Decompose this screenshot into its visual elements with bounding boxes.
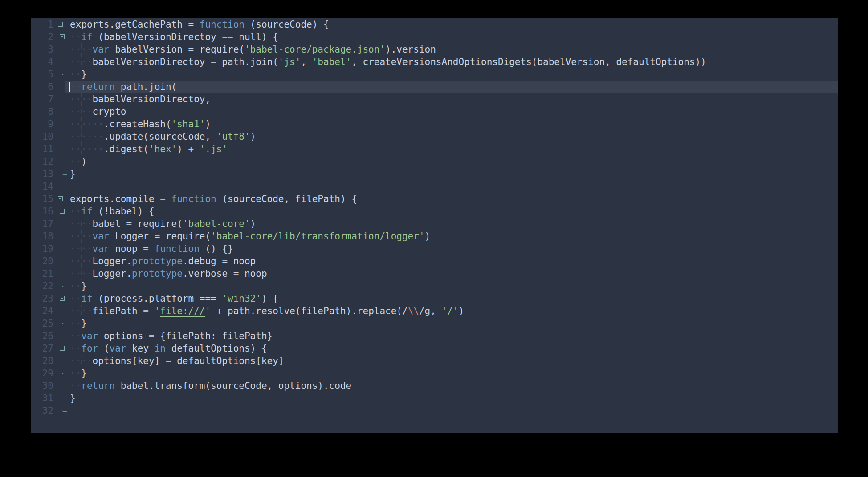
code-token: .digest(	[104, 144, 149, 154]
line-number[interactable]: 19	[31, 243, 57, 255]
line-number[interactable]: 25	[31, 317, 57, 330]
code-token: path.join(	[115, 81, 177, 92]
fold-margin-cell	[57, 380, 68, 392]
code-line-row: 8····crypto	[31, 105, 838, 118]
code-line[interactable]: ··}	[68, 317, 838, 330]
fold-open-toggle[interactable]	[60, 34, 65, 39]
line-number[interactable]: 21	[31, 267, 57, 280]
code-line[interactable]: exports.getCachePath = function (sourceC…	[68, 18, 838, 31]
code-line[interactable]: }	[68, 168, 838, 180]
indent-guide	[81, 118, 82, 130]
line-number[interactable]: 10	[31, 130, 57, 143]
code-line[interactable]: }	[68, 392, 838, 404]
line-number[interactable]: 26	[31, 330, 57, 342]
code-line[interactable]: ····babelVersionDirectoy = path.join('js…	[68, 56, 838, 68]
line-number[interactable]: 22	[31, 280, 57, 292]
code-token: if	[81, 206, 92, 217]
fold-margin-cell	[57, 143, 68, 155]
code-token: }	[70, 169, 76, 179]
line-number[interactable]: 28	[31, 355, 57, 367]
line-number[interactable]: 16	[31, 205, 57, 218]
line-number[interactable]: 5	[31, 68, 57, 81]
code-line[interactable]: ····filePath = 'file:///' + path.resolve…	[68, 305, 838, 317]
line-number[interactable]: 23	[31, 292, 57, 305]
line-number[interactable]: 8	[31, 105, 57, 118]
code-token: babel.transform(sourceCode, options).cod…	[115, 380, 351, 391]
code-token: for	[81, 343, 98, 354]
code-token: ) {	[261, 293, 278, 304]
code-line[interactable]: ····babel = require('babel-core')	[68, 218, 838, 230]
line-number[interactable]: 27	[31, 342, 57, 355]
code-line[interactable]: ··for (var key in defaultOptions) {	[68, 342, 838, 355]
line-number[interactable]: 18	[31, 230, 57, 243]
code-line[interactable]: ··return path.join(	[68, 81, 838, 93]
code-line[interactable]: ··}	[68, 280, 838, 292]
code-line[interactable]: exports.compile = function (sourceCode, …	[68, 193, 838, 205]
code-line[interactable]: ··}	[68, 68, 838, 81]
code-line[interactable]: ······.createHash('sha1')	[68, 118, 838, 130]
line-number[interactable]: 11	[31, 143, 57, 155]
line-number[interactable]: 4	[31, 56, 57, 68]
line-number[interactable]: 2	[31, 31, 57, 43]
code-line[interactable]: ····crypto	[68, 105, 838, 118]
minus-icon	[61, 348, 63, 348]
code-line[interactable]: ······.digest('hex') + '.js'	[68, 143, 838, 155]
fold-open-toggle[interactable]	[60, 346, 65, 351]
code-line[interactable]: ··if (process.platform === 'win32') {	[68, 292, 838, 305]
code-line[interactable]: ····var Logger = require('babel-core/lib…	[68, 230, 838, 243]
code-token: .debug = noop	[183, 256, 256, 267]
code-line[interactable]: ··return babel.transform(sourceCode, opt…	[68, 380, 838, 392]
code-line[interactable]: ··if (babelVersionDirectoy == null) {	[68, 31, 838, 43]
code-line[interactable]: ····Logger.prototype.verbose = noop	[68, 267, 838, 280]
code-token: \\	[408, 306, 419, 316]
code-token: (babelVersionDirectoy == null) {	[93, 32, 278, 42]
code-line[interactable]: ····var babelVersion = require('babel-co…	[68, 43, 838, 56]
line-number[interactable]: 7	[31, 93, 57, 105]
code-token: '	[155, 306, 160, 316]
code-line[interactable]: ····var noop = function () {}	[68, 243, 838, 255]
line-number[interactable]: 15	[31, 193, 57, 205]
code-token: babelVersionDirectoy,	[93, 94, 211, 105]
leading-whitespace: ··	[70, 343, 81, 354]
code-token: 'babel-core/package.json'	[245, 44, 385, 55]
code-line-row: 18····var Logger = require('babel-core/l…	[31, 230, 838, 243]
code-line[interactable]: ····options[key] = defaultOptions[key]	[68, 355, 838, 367]
code-token: }	[81, 69, 87, 80]
fold-open-toggle[interactable]	[58, 196, 63, 201]
line-number[interactable]: 32	[31, 404, 57, 417]
line-number[interactable]: 12	[31, 155, 57, 168]
code-token: Logger = require(	[110, 231, 211, 242]
line-number[interactable]: 31	[31, 392, 57, 404]
code-token: .verbose = noop	[183, 268, 267, 279]
code-line[interactable]: ··)	[68, 155, 838, 168]
code-line[interactable]: ··if (!babel) {	[68, 205, 838, 218]
line-number[interactable]: 17	[31, 218, 57, 230]
code-line[interactable]	[68, 404, 838, 417]
line-number[interactable]: 13	[31, 168, 57, 180]
line-number[interactable]: 3	[31, 43, 57, 56]
line-number[interactable]: 6	[31, 81, 57, 93]
code-token: (!babel) {	[93, 206, 155, 217]
line-number[interactable]: 29	[31, 367, 57, 380]
code-editor[interactable]: 1exports.getCachePath = function (source…	[31, 18, 838, 433]
code-line-row: 13}	[31, 168, 838, 180]
fold-open-toggle[interactable]	[58, 22, 63, 27]
code-line[interactable]: ····Logger.prototype.debug = noop	[68, 255, 838, 267]
line-number[interactable]: 1	[31, 18, 57, 31]
code-line[interactable]: ······.update(sourceCode, 'utf8')	[68, 130, 838, 143]
line-number[interactable]: 20	[31, 255, 57, 267]
line-number[interactable]: 24	[31, 305, 57, 317]
code-line[interactable]: ··var options = {filePath: filePath}	[68, 330, 838, 342]
fold-open-toggle[interactable]	[60, 296, 65, 301]
fold-open-toggle[interactable]	[60, 209, 65, 214]
code-line[interactable]: ····babelVersionDirectoy,	[68, 93, 838, 105]
code-line-row: 31}	[31, 392, 838, 404]
line-number[interactable]: 30	[31, 380, 57, 392]
code-line[interactable]	[68, 180, 838, 193]
line-number[interactable]: 14	[31, 180, 57, 193]
line-number[interactable]: 9	[31, 118, 57, 130]
code-line[interactable]: ··}	[68, 367, 838, 380]
indent-guide	[81, 243, 82, 255]
code-token: noop =	[110, 243, 155, 254]
leading-whitespace: ······	[70, 144, 104, 154]
